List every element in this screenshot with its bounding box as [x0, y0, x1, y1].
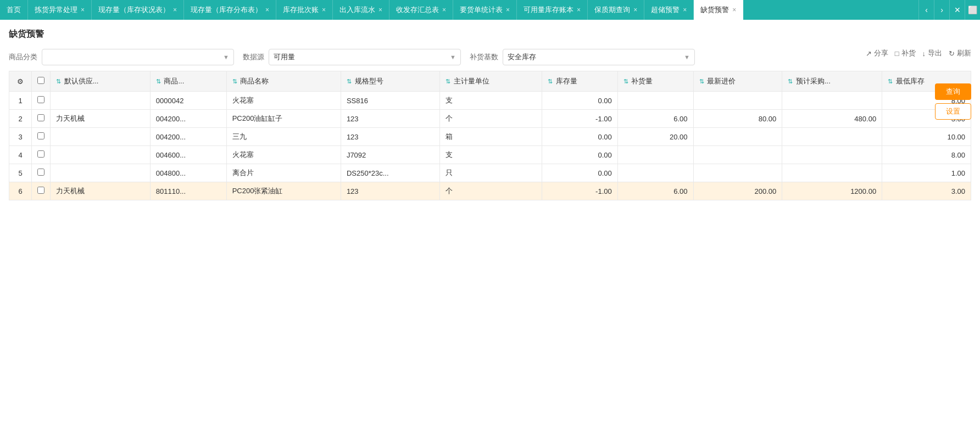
cell-check-0: [32, 92, 51, 110]
th-product-code[interactable]: ⇅ 商品...: [150, 71, 226, 92]
tab-next-button[interactable]: ›: [934, 0, 949, 20]
th-estimated-purchase[interactable]: ⇅ 预计采购...: [782, 71, 882, 92]
cell-min-stock-5: 3.00: [882, 182, 971, 200]
tab-close-3[interactable]: ×: [265, 6, 269, 14]
cell-estimate-5: 1200.00: [782, 182, 882, 200]
select-all-checkbox[interactable]: [37, 77, 44, 84]
cell-estimate-0: [782, 92, 882, 110]
row-checkbox-5[interactable]: [37, 187, 44, 194]
tab-close-2[interactable]: ×: [173, 6, 177, 14]
th-replenish[interactable]: ⇅ 补货量: [617, 71, 693, 92]
th-checkbox: [32, 71, 51, 92]
tab-close-5[interactable]: ×: [378, 6, 382, 14]
category-arrow: ▼: [223, 54, 229, 60]
tab-inventory-status[interactable]: 现存量（库存状况表） ×: [92, 0, 184, 20]
tab-flow[interactable]: 出入库流水 ×: [333, 0, 389, 20]
tab-nav-buttons: ‹ › ✕ ⬜: [918, 0, 980, 20]
main-content: 缺货预警 ↗ 分享 □ 补货 ↓ 导出 ↻ 刷新 商品分类 ▼ 数据源: [0, 20, 980, 437]
tab-close-1[interactable]: ×: [81, 6, 85, 14]
cell-code-4: 004800...: [150, 164, 226, 182]
tab-prev-button[interactable]: ‹: [918, 0, 934, 20]
row-checkbox-2[interactable]: [37, 132, 44, 139]
tab-close-all-button[interactable]: ✕: [949, 0, 965, 20]
tab-order-stat[interactable]: 要货单统计表 ×: [453, 0, 517, 20]
tab-inventory-dist[interactable]: 现存量（库存分布表） ×: [184, 0, 276, 20]
cell-replenish-2: 20.00: [617, 128, 693, 146]
tab-expiry[interactable]: 保质期查询 ×: [588, 0, 644, 20]
tab-close-11[interactable]: ×: [732, 6, 736, 14]
tab-close-8[interactable]: ×: [577, 6, 581, 14]
cell-name-3: 火花塞: [226, 146, 341, 164]
table-row: 4 004600... 火花塞 J7092 支 0.00 8.00: [9, 146, 971, 164]
sort-icon-min: ⇅: [888, 78, 893, 85]
replenish-base-label: 补货基数: [470, 52, 498, 62]
gear-icon[interactable]: ⚙: [15, 76, 26, 87]
table-row: 2 力天机械 004200... PC200油缸缸子 123 个 -1.00 6…: [9, 110, 971, 128]
cell-stock-3: 0.00: [542, 146, 617, 164]
tab-available-ledger[interactable]: 可用量库存账本 ×: [517, 0, 588, 20]
cell-code-5: 801110...: [150, 182, 226, 200]
row-checkbox-1[interactable]: [37, 114, 44, 121]
cell-estimate-1: 480.00: [782, 110, 882, 128]
datasource-arrow: ▼: [450, 54, 456, 60]
cell-check-5: [32, 182, 51, 200]
cell-name-1: PC200油缸缸子: [226, 110, 341, 128]
tab-expand-button[interactable]: ⬜: [965, 0, 980, 20]
sort-icon-code: ⇅: [156, 78, 161, 85]
cell-price-4: [693, 164, 782, 182]
sort-icon-supplier: ⇅: [56, 78, 61, 85]
th-spec[interactable]: ⇅ 规格型号: [341, 71, 439, 92]
datasource-filter-group: 数据源 可用量 ▼: [243, 49, 461, 65]
datasource-select[interactable]: 可用量 ▼: [269, 49, 461, 65]
tab-shortage[interactable]: 缺货预警 ×: [694, 0, 743, 20]
tab-close-7[interactable]: ×: [506, 6, 510, 14]
row-checkbox-3[interactable]: [37, 150, 44, 158]
cell-replenish-4: [617, 164, 693, 182]
filter-row: 商品分类 ▼ 数据源 可用量 ▼ 补货基数 安全库存 ▼: [9, 49, 971, 65]
cell-stock-4: 0.00: [542, 164, 617, 182]
category-filter-group: 商品分类 ▼: [9, 49, 234, 65]
row-checkbox-4[interactable]: [37, 169, 44, 176]
cell-spec-1: 123: [341, 110, 439, 128]
replenish-base-filter-group: 补货基数 安全库存 ▼: [470, 49, 695, 65]
share-button[interactable]: ↗ 分享: [866, 48, 888, 58]
category-select[interactable]: ▼: [42, 49, 234, 65]
tab-overstock[interactable]: 超储预警 ×: [644, 0, 694, 20]
sort-icon-name: ⇅: [232, 78, 237, 85]
tab-close-10[interactable]: ×: [683, 6, 687, 14]
export-button[interactable]: ↓ 导出: [922, 48, 943, 58]
tab-pick-exception[interactable]: 拣货异常处理 ×: [28, 0, 92, 20]
cell-check-3: [32, 146, 51, 164]
tab-home[interactable]: 首页: [0, 0, 28, 20]
refresh-button[interactable]: ↻ 刷新: [949, 48, 971, 58]
tab-batch-account[interactable]: 库存批次账 ×: [276, 0, 333, 20]
action-buttons: 查询 设置: [935, 83, 971, 120]
th-product-name[interactable]: ⇅ 商品名称: [226, 71, 341, 92]
th-latest-price[interactable]: ⇅ 最新进价: [693, 71, 782, 92]
sort-icon-replenish: ⇅: [623, 78, 628, 85]
settings-button[interactable]: 设置: [935, 103, 971, 120]
tab-close-6[interactable]: ×: [442, 6, 446, 14]
data-table: ⚙ ⇅ 默认供应... ⇅ 商品... ⇅ 商品名称 ⇅: [9, 71, 971, 200]
th-supplier[interactable]: ⇅ 默认供应...: [51, 71, 151, 92]
cell-unit-1: 个: [440, 110, 542, 128]
cell-price-2: [693, 128, 782, 146]
tab-close-4[interactable]: ×: [322, 6, 326, 14]
tab-close-9[interactable]: ×: [633, 6, 637, 14]
replenish-base-select[interactable]: 安全库存 ▼: [503, 49, 695, 65]
row-checkbox-0[interactable]: [37, 96, 44, 103]
cell-spec-3: J7092: [341, 146, 439, 164]
query-button[interactable]: 查询: [935, 83, 971, 100]
replenish-button[interactable]: □ 补货: [895, 48, 916, 58]
cell-supplier-0: [51, 92, 151, 110]
tab-summary[interactable]: 收发存汇总表 ×: [389, 0, 453, 20]
th-unit[interactable]: ⇅ 主计量单位: [440, 71, 542, 92]
export-icon: ↓: [922, 49, 926, 58]
table-row: 5 004800... 离合片 DS250*23c... 只 0.00 1.00: [9, 164, 971, 182]
cell-no-1: 2: [9, 110, 32, 128]
cell-estimate-2: [782, 128, 882, 146]
cell-check-4: [32, 164, 51, 182]
sort-icon-estimate: ⇅: [788, 78, 793, 85]
cell-min-stock-4: 1.00: [882, 164, 971, 182]
th-stock[interactable]: ⇅ 库存量: [542, 71, 617, 92]
